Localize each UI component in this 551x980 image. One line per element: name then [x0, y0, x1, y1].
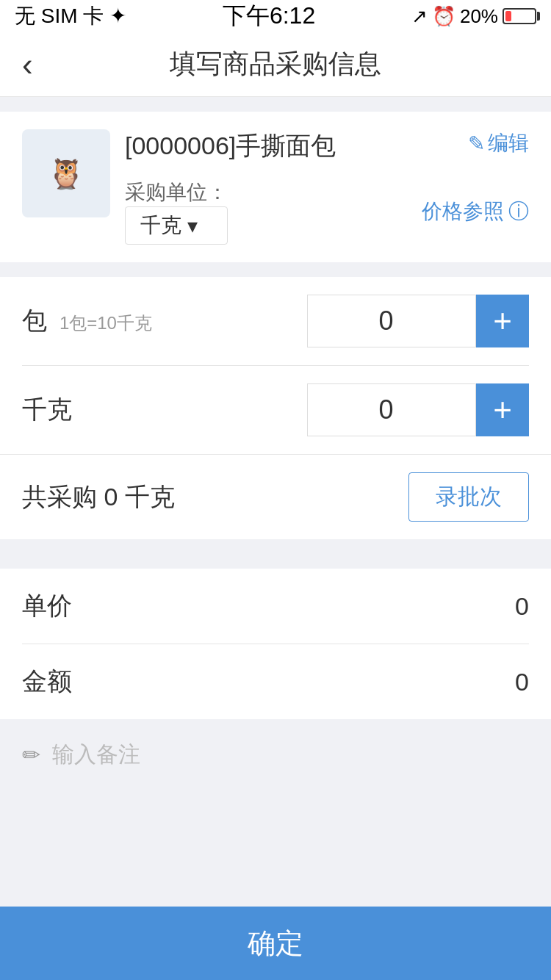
- dropdown-arrow-icon: ▾: [187, 214, 198, 238]
- unit-select[interactable]: 千克 ▾: [125, 206, 228, 245]
- bag-input-right: +: [307, 295, 529, 347]
- page-title: 填写商品采购信息: [170, 46, 381, 82]
- unit-price-label: 单价: [22, 589, 72, 623]
- unit-label: 采购单位：: [125, 181, 228, 203]
- edit-button[interactable]: ✎ 编辑: [468, 129, 529, 157]
- price-ref-label: 价格参照: [422, 198, 504, 226]
- total-row: 共采购 0 千克 录批次: [0, 455, 551, 539]
- kg-quantity-input[interactable]: [307, 383, 476, 436]
- status-left: 无 SIM 卡 ✦: [15, 2, 126, 30]
- unit-price-row: 单价 0: [0, 569, 551, 644]
- product-owl-icon: 🦉: [48, 156, 84, 191]
- remark-placeholder: 输入备注: [52, 740, 140, 770]
- price-section: 单价 0 金额 0: [0, 569, 551, 719]
- kg-input-row: 千克 +: [0, 366, 551, 454]
- bag-sub-label: 1包=10千克: [60, 313, 152, 333]
- batch-button[interactable]: 录批次: [408, 472, 529, 522]
- help-icon: ⓘ: [508, 198, 529, 226]
- amount-row: 金额 0: [0, 644, 551, 719]
- product-image: 🦉: [22, 129, 110, 217]
- kg-label: 千克: [22, 395, 72, 423]
- unit-label-group: 采购单位： 千克 ▾: [125, 178, 228, 245]
- back-button[interactable]: ‹: [22, 48, 33, 81]
- product-name-row: [0000006]手撕面包 ✎ 编辑: [125, 129, 529, 163]
- bag-plus-button[interactable]: +: [476, 295, 529, 347]
- status-time: 下午6:12: [223, 0, 315, 32]
- battery-text: 20%: [460, 5, 498, 28]
- input-section: 包 1包=10千克 + 千克 +: [0, 277, 551, 454]
- product-card: 🦉 [0000006]手撕面包 ✎ 编辑 采购单位： 千克 ▾ 价格参照 ⓘ: [0, 112, 551, 262]
- battery-icon: [503, 8, 536, 24]
- bag-label-group: 包 1包=10千克: [22, 304, 152, 338]
- kg-plus-button[interactable]: +: [476, 383, 529, 436]
- product-info: [0000006]手撕面包 ✎ 编辑 采购单位： 千克 ▾ 价格参照 ⓘ: [125, 129, 529, 245]
- edit-label: 编辑: [488, 129, 529, 157]
- divider-2: [0, 539, 551, 554]
- amount-label: 金额: [22, 665, 72, 699]
- pencil-icon: ✏: [22, 742, 40, 768]
- unit-value: 千克: [140, 212, 181, 239]
- alarm-icon: ⏰: [432, 5, 455, 28]
- edit-icon: ✎: [468, 131, 485, 156]
- bag-label: 包: [22, 306, 47, 334]
- kg-label-group: 千克: [22, 393, 72, 427]
- product-name: [0000006]手撕面包: [125, 129, 336, 163]
- price-ref-button[interactable]: 价格参照 ⓘ: [422, 198, 529, 226]
- status-right: ↗ ⏰ 20%: [411, 5, 536, 28]
- unit-price-value: 0: [515, 592, 529, 621]
- no-sim-text: 无 SIM 卡 ✦: [15, 2, 126, 30]
- kg-input-right: +: [307, 383, 529, 436]
- location-icon: ↗: [411, 5, 428, 28]
- nav-bar: ‹ 填写商品采购信息: [0, 32, 551, 97]
- purchase-unit-row: 采购单位： 千克 ▾ 价格参照 ⓘ: [125, 178, 529, 245]
- divider-1: [0, 262, 551, 277]
- bag-quantity-input[interactable]: [307, 295, 476, 347]
- confirm-button[interactable]: 确定: [0, 907, 551, 980]
- bag-input-row: 包 1包=10千克 +: [0, 277, 551, 365]
- remark-section[interactable]: ✏ 输入备注: [0, 719, 551, 790]
- status-bar: 无 SIM 卡 ✦ 下午6:12 ↗ ⏰ 20%: [0, 0, 551, 32]
- amount-value: 0: [515, 668, 529, 696]
- total-label: 共采购 0 千克: [22, 480, 175, 514]
